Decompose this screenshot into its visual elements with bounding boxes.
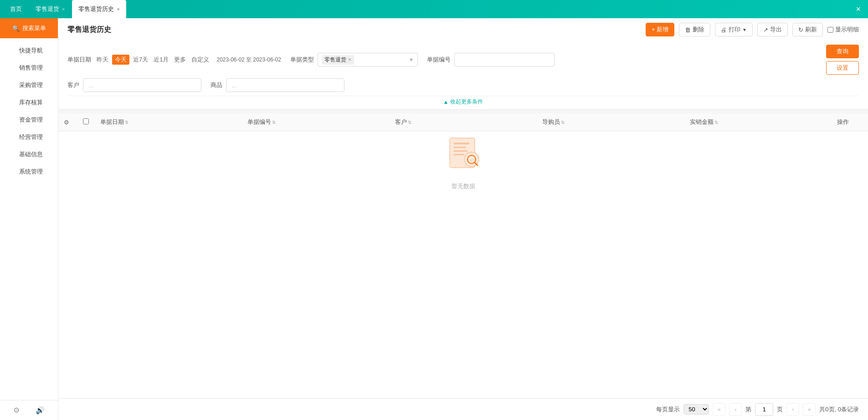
table-settings-icon[interactable]: ⚙ — [64, 119, 69, 126]
sidebar-nav: 快捷导航销售管理采购管理库存核算资金管理经营管理基础信息系统管理 — [0, 38, 58, 400]
table-wrapper: ⚙单据日期⇅单据编号⇅客户⇅导购员⇅实销金额⇅操作 — [58, 113, 868, 398]
customer-select[interactable]: ... — [83, 78, 201, 92]
query-actions: 查询 设置 — [826, 45, 859, 75]
svg-rect-1 — [453, 143, 469, 144]
select-all-checkbox[interactable] — [83, 118, 89, 124]
window-close-button[interactable]: × — [848, 5, 868, 14]
add-button[interactable]: + 新增 — [646, 23, 674, 36]
page-header: 零售退货历史 + 新增 🗑 删除 🖨 打印 ▼ ↗ 导出 ↻ — [58, 18, 868, 110]
query-button[interactable]: 查询 — [826, 45, 859, 58]
goods-select[interactable]: ... — [226, 78, 344, 92]
total-info: 共0页, 0条记录 — [819, 405, 859, 414]
svg-rect-2 — [453, 147, 466, 148]
display-toggle-checkbox[interactable] — [827, 27, 833, 33]
inventory-icon — [7, 98, 15, 107]
sidebar-search[interactable]: 🔍 搜索菜单 — [0, 18, 58, 38]
page-title: 零售退货历史 — [67, 25, 111, 35]
settings-bottom-icon[interactable]: ⚙ — [13, 406, 20, 415]
sidebar-item-basic[interactable]: 基础信息 — [0, 146, 58, 163]
display-toggle[interactable]: 显示明细 — [827, 26, 859, 34]
date-range: 2023-06-02 至 2023-06-02 — [216, 56, 281, 64]
col-bill_no[interactable]: 单据编号⇅ — [242, 113, 389, 131]
date-shortcut-last_month[interactable]: 近1月 — [152, 55, 170, 65]
bill-type-filter: 单据类型 零售退货 × ▼ — [290, 53, 418, 67]
goods-label: 商品 — [211, 81, 222, 89]
tab-close-retail-return-history[interactable]: × — [117, 6, 119, 12]
sidebar-item-finance[interactable]: 资金管理 — [0, 111, 58, 128]
system-icon — [7, 168, 15, 176]
date-shortcut-today[interactable]: 今天 — [112, 55, 129, 65]
refresh-button[interactable]: ↻ 刷新 — [792, 23, 823, 36]
bill-type-select[interactable]: 零售退货 × ▼ — [318, 53, 418, 67]
data-table: ⚙单据日期⇅单据编号⇅客户⇅导购员⇅实销金额⇅操作 — [58, 113, 868, 131]
col-actions: 操作 — [832, 113, 868, 131]
date-label: 单据日期 — [67, 56, 91, 64]
date-shortcut-custom[interactable]: 自定义 — [190, 55, 211, 65]
basic-icon — [7, 150, 15, 159]
sort-icon-guide: ⇅ — [561, 120, 565, 125]
sidebar-item-sales[interactable]: 销售管理 — [0, 59, 58, 77]
sort-icon-bill_no: ⇅ — [272, 120, 276, 125]
content-area: ⚙单据日期⇅单据编号⇅客户⇅导购员⇅实销金额⇅操作 — [58, 113, 868, 420]
sidebar-label-basic: 基础信息 — [19, 150, 43, 159]
tab-retail-return[interactable]: 零售退货× — [29, 0, 71, 18]
empty-icon — [441, 131, 486, 177]
page-number-input[interactable] — [755, 403, 773, 416]
page-size-select[interactable]: 102050100 — [683, 404, 709, 415]
filter-row-2: 客户 ... 商品 ... — [67, 78, 859, 92]
collapse-bar[interactable]: ▲ 收起更多条件 — [67, 96, 859, 108]
top-bar: 首页零售退货×零售退货历史× × — [0, 0, 868, 18]
bill-type-label: 单据类型 — [290, 56, 314, 64]
col-guide[interactable]: 导购员⇅ — [537, 113, 684, 131]
sidebar-search-label: 搜索菜单 — [22, 24, 46, 32]
customer-filter: 客户 ... — [67, 78, 201, 92]
bill-type-tag: 零售退货 × — [322, 55, 354, 65]
sort-icon-bill_date: ⇅ — [125, 120, 128, 125]
page-label: 第 — [745, 405, 751, 414]
col-settings: ⚙ — [58, 113, 77, 131]
col-bill_date[interactable]: 单据日期⇅ — [95, 113, 242, 131]
date-shortcut-more[interactable]: 更多 — [172, 55, 188, 65]
refresh-icon: ↻ — [798, 26, 803, 33]
prev-page-button[interactable]: ‹ — [729, 403, 742, 416]
bill-no-filter: 单据编号 — [427, 53, 555, 67]
sidebar-item-inventory[interactable]: 库存核算 — [0, 94, 58, 111]
date-shortcut-yesterday[interactable]: 昨天 — [95, 55, 110, 65]
next-page-button[interactable]: › — [786, 403, 799, 416]
first-page-button[interactable]: « — [713, 403, 725, 416]
col-customer[interactable]: 客户⇅ — [390, 113, 537, 131]
search-icon: 🔍 — [12, 25, 20, 32]
bill-no-input[interactable] — [454, 53, 555, 67]
tab-home[interactable]: 首页 — [4, 0, 28, 18]
svg-rect-3 — [453, 150, 468, 152]
last-page-button[interactable]: » — [803, 403, 816, 416]
audio-bottom-icon[interactable]: 🔊 — [36, 406, 45, 415]
bill-type-arrow-icon: ▼ — [409, 57, 414, 62]
tab-retail-return-history[interactable]: 零售退货历史× — [72, 0, 126, 18]
sidebar-label-purchase: 采购管理 — [19, 81, 43, 89]
date-shortcut-last7[interactable]: 近7天 — [131, 55, 150, 65]
tab-close-retail-return[interactable]: × — [62, 6, 65, 12]
settings-button[interactable]: 设置 — [826, 61, 859, 75]
sidebar-item-purchase[interactable]: 采购管理 — [0, 77, 58, 94]
col-amount[interactable]: 实销金额⇅ — [684, 113, 832, 131]
empty-state: 暂无数据 — [58, 131, 868, 190]
sidebar-item-system[interactable]: 系统管理 — [0, 163, 58, 180]
sidebar-item-operations[interactable]: 经营管理 — [0, 128, 58, 146]
bill-type-remove[interactable]: × — [348, 56, 351, 63]
sort-icon-amount: ⇅ — [714, 120, 718, 125]
print-arrow-icon: ▼ — [742, 27, 747, 32]
export-button[interactable]: ↗ 导出 — [757, 23, 788, 36]
customer-label: 客户 — [67, 81, 79, 89]
sidebar-item-quick-nav[interactable]: 快捷导航 — [0, 42, 58, 59]
purchase-icon — [7, 81, 15, 89]
date-shortcuts: 昨天今天近7天近1月更多自定义 — [95, 55, 211, 65]
sidebar-label-operations: 经营管理 — [19, 133, 43, 141]
print-button[interactable]: 🖨 打印 ▼ — [715, 23, 753, 36]
collapse-arrow-icon: ▲ — [443, 99, 449, 105]
delete-icon: 🗑 — [685, 26, 691, 33]
empty-text: 暂无数据 — [452, 182, 475, 190]
filter-row-1: 单据日期 昨天今天近7天近1月更多自定义 2023-06-02 至 2023-0… — [67, 45, 859, 75]
delete-button[interactable]: 🗑 删除 — [679, 23, 710, 36]
export-icon: ↗ — [763, 26, 768, 33]
